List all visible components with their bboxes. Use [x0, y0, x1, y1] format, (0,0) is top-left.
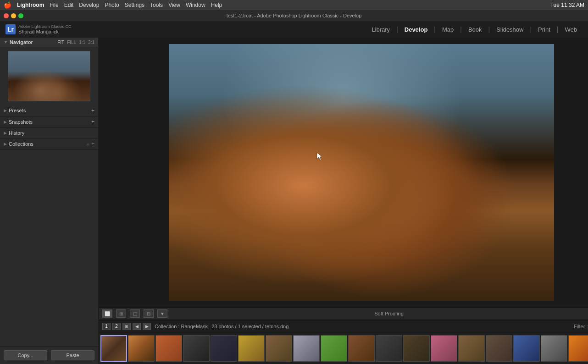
toolbar-survey[interactable]: ⊟: [144, 309, 154, 318]
filmstrip-thumb-14[interactable]: [458, 335, 485, 362]
menu-develop[interactable]: Develop: [79, 2, 99, 8]
filmstrip-thumb-3[interactable]: [155, 335, 182, 362]
navigator-title: ▼ Navigator: [4, 39, 57, 45]
maximize-button[interactable]: [18, 13, 23, 18]
toolbar-view-single[interactable]: ⬜: [102, 309, 112, 318]
paste-button[interactable]: Paste: [51, 350, 94, 360]
snapshots-section: ▶ Snapshots +: [0, 116, 98, 128]
nav-divider-1: |: [396, 26, 398, 33]
zoom-fill[interactable]: FILL: [67, 40, 76, 45]
filmstrip-thumb-10[interactable]: [348, 335, 375, 362]
filmstrip-thumb-9[interactable]: [321, 335, 347, 362]
history-arrow: ▶: [4, 131, 7, 135]
main-image-area[interactable]: [99, 38, 588, 307]
bottom-bar: 1 2 ⊞ ◀ ▶ Collection : RangeMask 23 phot…: [99, 320, 588, 332]
snapshots-header[interactable]: ▶ Snapshots +: [0, 116, 98, 127]
toolbar-compare[interactable]: ◫: [130, 309, 140, 318]
nav-print[interactable]: Print: [533, 24, 556, 35]
zoom-1-1[interactable]: 1:1: [79, 40, 85, 45]
nav-map[interactable]: Map: [437, 24, 459, 35]
filmstrip-thumb-6[interactable]: [238, 335, 265, 362]
filter-section: Filter : Filters Off ▾: [574, 322, 588, 330]
menu-window[interactable]: Window: [186, 2, 205, 8]
filmstrip-thumb-8[interactable]: [293, 335, 320, 362]
history-title: History: [9, 130, 94, 136]
page-navigation: 1 2 ⊞ ◀ ▶: [102, 323, 151, 330]
menu-tools[interactable]: Tools: [150, 2, 163, 8]
presets-add-icon[interactable]: +: [91, 107, 94, 114]
nav-divider-6: |: [557, 26, 559, 33]
filmstrip-thumb-17[interactable]: [541, 335, 567, 362]
header: Lr Adobe Lightroom Classic CC Sharad Man…: [0, 21, 588, 38]
menu-edit[interactable]: Edit: [64, 2, 74, 8]
filmstrip-thumb-1[interactable]: [100, 335, 127, 362]
page-2[interactable]: 2: [112, 323, 121, 330]
collections-add-icon[interactable]: +: [91, 141, 94, 147]
close-button[interactable]: [4, 13, 9, 18]
navigator-header: ▼ Navigator FIT FILL 1:1 3:1: [0, 38, 98, 47]
filmstrip-thumb-5[interactable]: [211, 335, 237, 362]
zoom-3-1[interactable]: 3:1: [88, 40, 94, 45]
nav-book[interactable]: Book: [463, 24, 488, 35]
navigator-preview: [8, 51, 90, 101]
collections-icons: − +: [86, 141, 94, 147]
nav-slideshow[interactable]: Slideshow: [491, 24, 529, 35]
filmstrip-thumb-2[interactable]: [128, 335, 155, 362]
navigator-collapse-arrow[interactable]: ▼: [4, 40, 8, 44]
menu-help[interactable]: Help: [211, 2, 222, 8]
snapshots-add-icon[interactable]: +: [91, 119, 94, 125]
system-time: Tue 11:32 AM: [550, 2, 584, 8]
apple-menu[interactable]: 🍎: [4, 1, 11, 9]
filmstrip-thumb-12[interactable]: [403, 335, 430, 362]
filmstrip-thumb-15[interactable]: [486, 335, 512, 362]
filmstrip-thumb-11[interactable]: [376, 335, 402, 362]
toolbar-settings[interactable]: ▼: [157, 309, 167, 318]
mountain-image: [169, 44, 554, 301]
collections-minus-icon[interactable]: −: [86, 141, 89, 147]
center-panel: ⬜ ⊞ ◫ ⊟ ▼ Soft Proofing ◯ 1 2 ⊞ ◀ ▶ Coll…: [99, 38, 588, 364]
window-controls: [4, 13, 23, 18]
filmstrip-thumb-16[interactable]: [513, 335, 540, 362]
nav-prev-btn[interactable]: ◀: [133, 323, 141, 330]
menu-file[interactable]: File: [50, 2, 58, 8]
brand-name: Adobe Lightroom Classic CC: [18, 24, 72, 29]
window-title: test1-2.lrcat - Adobe Photoshop Lightroo…: [227, 13, 362, 18]
main-image: [169, 44, 554, 301]
left-bottom-buttons: Copy... Paste: [0, 346, 98, 364]
toolbar-view-grid[interactable]: ⊞: [116, 309, 126, 318]
collections-header[interactable]: ▶ Collections − +: [0, 138, 98, 149]
filmstrip-thumb-13[interactable]: [431, 335, 457, 362]
nav-develop[interactable]: Develop: [399, 24, 433, 35]
history-section: ▶ History: [0, 128, 98, 138]
app-name: Lightroom: [17, 2, 44, 8]
navigator-zoom-options: FIT FILL 1:1 3:1: [57, 40, 94, 45]
nav-divider-5: |: [530, 26, 532, 33]
nav-web[interactable]: Web: [559, 24, 582, 35]
collection-label: Collection : RangeMask: [155, 324, 208, 329]
page-1[interactable]: 1: [102, 323, 111, 330]
nav-next-btn[interactable]: ▶: [143, 323, 151, 330]
history-header[interactable]: ▶ History: [0, 128, 98, 138]
presets-arrow: ▶: [4, 108, 7, 113]
nav-divider-3: |: [460, 26, 462, 33]
left-panel: ▼ Navigator FIT FILL 1:1 3:1 ▶ Presets +: [0, 38, 99, 364]
filmstrip-thumb-4[interactable]: [183, 335, 210, 362]
minimize-button[interactable]: [11, 13, 16, 18]
collections-section: ▶ Collections − +: [0, 138, 98, 150]
menu-view[interactable]: View: [168, 2, 180, 8]
presets-header[interactable]: ▶ Presets +: [0, 105, 98, 116]
grid-view-btn[interactable]: ⊞: [122, 323, 131, 330]
nav-divider-2: |: [434, 26, 436, 33]
zoom-fit[interactable]: FIT: [57, 40, 64, 45]
navigator-label: Navigator: [10, 39, 33, 45]
main-nav: Library | Develop | Map | Book | Slidesh…: [366, 24, 582, 35]
filmstrip: [99, 332, 588, 364]
menu-settings[interactable]: Settings: [125, 2, 144, 8]
filmstrip-thumb-7[interactable]: [266, 335, 292, 362]
nav-library[interactable]: Library: [366, 24, 395, 35]
copy-button[interactable]: Copy...: [4, 350, 47, 360]
filter-label: Filter :: [574, 324, 588, 329]
filmstrip-thumb-18[interactable]: [568, 335, 588, 362]
menu-photo[interactable]: Photo: [105, 2, 119, 8]
user-name: Sharad Mangalick: [18, 29, 72, 34]
